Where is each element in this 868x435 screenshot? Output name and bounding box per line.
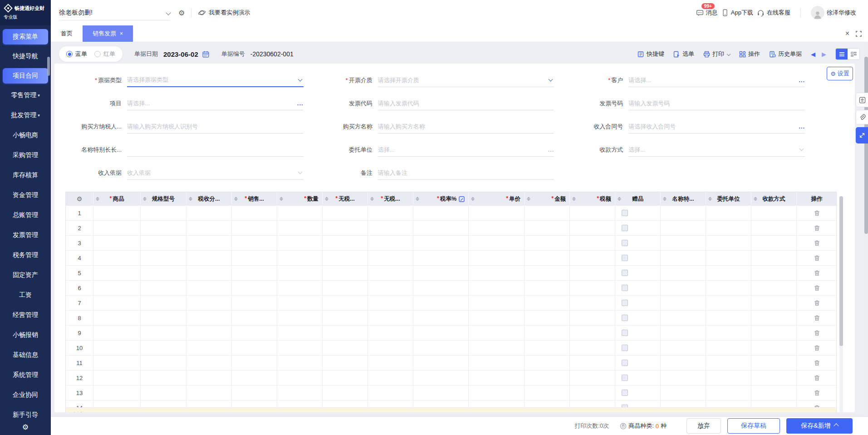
field-input[interactable]: 收入依据: [127, 166, 304, 180]
field-input[interactable]: [127, 143, 304, 157]
cell[interactable]: [661, 356, 706, 371]
cell[interactable]: [615, 356, 661, 371]
打印-button[interactable]: 打印: [703, 50, 730, 58]
cell[interactable]: [323, 371, 368, 386]
cell[interactable]: [570, 206, 615, 221]
cell[interactable]: [277, 251, 323, 266]
cell[interactable]: [141, 311, 186, 326]
cell[interactable]: [615, 266, 661, 281]
delete-row-trash-icon[interactable]: [814, 390, 820, 396]
cell[interactable]: [751, 326, 797, 341]
field-input[interactable]: 请选择......: [628, 74, 805, 87]
ellipsis-picker-icon[interactable]: ...: [548, 148, 554, 151]
cell[interactable]: [615, 221, 661, 236]
sort-down-icon[interactable]: [370, 199, 374, 201]
cell[interactable]: [706, 221, 751, 236]
cell[interactable]: [141, 206, 186, 221]
cell[interactable]: [413, 251, 469, 266]
gift-checkbox[interactable]: [622, 360, 628, 366]
cell[interactable]: [186, 281, 232, 296]
cell[interactable]: [706, 341, 751, 356]
cell[interactable]: [525, 281, 570, 296]
cell[interactable]: [93, 326, 141, 341]
cell[interactable]: [706, 311, 751, 326]
cell[interactable]: [232, 296, 277, 311]
cell[interactable]: [413, 311, 469, 326]
cell[interactable]: [469, 296, 525, 311]
选单-button[interactable]: 选单: [673, 50, 694, 58]
next-doc-arrow-icon[interactable]: ▶: [822, 51, 826, 58]
cell[interactable]: [277, 356, 323, 371]
gift-checkbox[interactable]: [622, 285, 628, 291]
cell[interactable]: [797, 236, 836, 251]
cell[interactable]: [525, 206, 570, 221]
sort-icons[interactable]: [708, 197, 712, 201]
column-header-收款方式[interactable]: 收款方式: [751, 192, 797, 206]
field-input[interactable]: 选择...: [628, 143, 805, 157]
cell[interactable]: [469, 281, 525, 296]
cell[interactable]: [469, 400, 525, 407]
ellipsis-picker-icon[interactable]: ...: [297, 102, 304, 105]
cell[interactable]: [413, 371, 469, 386]
cell[interactable]: [413, 326, 469, 341]
cell[interactable]: [277, 296, 323, 311]
cell[interactable]: [570, 251, 615, 266]
cell[interactable]: [706, 296, 751, 311]
cell[interactable]: [232, 311, 277, 326]
cell[interactable]: [232, 206, 277, 221]
field-input[interactable]: 请输入购买方名称: [378, 120, 554, 133]
cell[interactable]: [797, 356, 836, 371]
cell[interactable]: [323, 356, 368, 371]
gift-checkbox[interactable]: [622, 255, 628, 261]
user-menu[interactable]: 徐泽华修改: [811, 6, 856, 20]
chevron-down-icon[interactable]: [298, 77, 302, 81]
cell[interactable]: [797, 326, 836, 341]
draft-panel-button[interactable]: [856, 93, 868, 107]
cell[interactable]: [186, 221, 232, 236]
cell[interactable]: [661, 296, 706, 311]
gift-checkbox[interactable]: [622, 405, 628, 407]
sort-icons[interactable]: [572, 197, 576, 201]
cell[interactable]: [368, 281, 413, 296]
sort-icons[interactable]: [96, 197, 99, 201]
cell[interactable]: [141, 341, 186, 356]
sort-icons[interactable]: [663, 197, 667, 201]
field-input[interactable]: 请输入发票号码: [628, 97, 805, 110]
close-tabs-icon[interactable]: ×: [845, 30, 849, 37]
card-view-button[interactable]: [848, 49, 859, 59]
cell[interactable]: [413, 386, 469, 400]
cell[interactable]: [141, 386, 186, 400]
cell[interactable]: [93, 296, 141, 311]
cell[interactable]: [93, 371, 141, 386]
cell[interactable]: [413, 296, 469, 311]
sort-down-icon[interactable]: [189, 199, 192, 201]
cell[interactable]: [413, 206, 469, 221]
cell[interactable]: [525, 371, 570, 386]
list-view-button[interactable]: [836, 49, 848, 59]
sort-down-icon[interactable]: [471, 199, 475, 201]
cell[interactable]: [570, 371, 615, 386]
cell[interactable]: [232, 386, 277, 400]
cell[interactable]: [525, 221, 570, 236]
cell[interactable]: [368, 221, 413, 236]
cell[interactable]: [706, 326, 751, 341]
tab-销售发票[interactable]: 销售发票×: [83, 25, 133, 42]
cell[interactable]: [413, 356, 469, 371]
cell[interactable]: [277, 386, 323, 400]
cell[interactable]: [469, 311, 525, 326]
cell[interactable]: [277, 371, 323, 386]
cell[interactable]: [525, 400, 570, 407]
field-input[interactable]: 请选择票据类型: [127, 74, 304, 87]
cell[interactable]: [615, 251, 661, 266]
cell[interactable]: [615, 296, 661, 311]
cell[interactable]: [661, 400, 706, 407]
cell[interactable]: [368, 371, 413, 386]
sort-down-icon[interactable]: [527, 199, 530, 201]
cell[interactable]: [277, 311, 323, 326]
cell[interactable]: [661, 281, 706, 296]
sort-down-icon[interactable]: [416, 199, 419, 201]
cell[interactable]: [706, 356, 751, 371]
sort-down-icon[interactable]: [754, 199, 757, 201]
cell[interactable]: [661, 326, 706, 341]
cell[interactable]: [570, 386, 615, 400]
